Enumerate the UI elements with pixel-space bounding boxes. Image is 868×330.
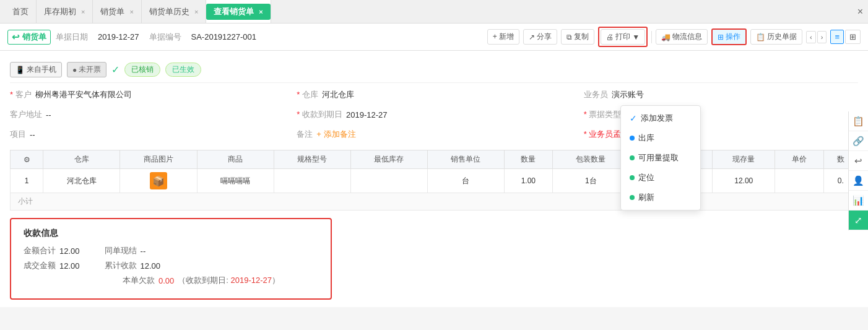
effective-status: 已生效 [165, 63, 201, 77]
outbound-dot-icon [630, 136, 635, 141]
col-settings[interactable]: ⚙ [11, 150, 43, 169]
total-amount-label: 金额合计 [24, 245, 56, 256]
right-icon-3[interactable]: ↩ [849, 151, 869, 171]
history-button[interactable]: 📋 历史单据 [750, 29, 802, 45]
row-pack-qty: 1台 [552, 169, 629, 193]
tab-sales-order[interactable]: 销货单 × [93, 0, 141, 23]
copy-button[interactable]: ⧉ 复制 [561, 29, 594, 45]
summary-title: 收款信息 [24, 228, 318, 239]
col-product: 商品 [197, 150, 274, 169]
col-quantity: 数量 [504, 150, 552, 169]
right-icon-2[interactable]: 🔗 [849, 131, 869, 151]
logistics-icon: 🚚 [661, 33, 671, 41]
customer-value: 柳州粤港平安气体有限公司 [35, 89, 132, 100]
phone-icon: 📱 [15, 66, 25, 74]
row-sales-unit: 台 [427, 169, 504, 193]
window-close-button[interactable]: × [857, 6, 863, 17]
add-invoice-check-icon: ✓ [630, 113, 637, 123]
summary-row-3: 本单欠款 0.00 （收款到期日: 2019-12-27） [24, 275, 318, 286]
refresh-dot-icon [630, 195, 635, 200]
tab-sales-close[interactable]: × [129, 8, 133, 15]
due-date-field: 收款到期日 2019-12-27 [297, 106, 571, 123]
balance-note: （收款到期日: 2019-12-27） [178, 275, 280, 286]
warehouse-label: 仓库 [297, 89, 318, 100]
tab-view-sales-close[interactable]: × [259, 8, 263, 15]
col-spec: 规格型号 [274, 150, 350, 169]
right-icon-4[interactable]: 👤 [849, 171, 869, 191]
outbound-label: 出库 [638, 132, 654, 144]
tab-home[interactable]: 首页 [5, 0, 37, 23]
form-row-3: 项目 -- 备注 + 添加备注 * 业务员孟 -- [10, 126, 858, 142]
ticket-type-label: 票据类型 [584, 109, 622, 120]
copy-icon: ⧉ [566, 33, 572, 41]
locate-item[interactable]: 定位 [621, 168, 700, 188]
staff2-label: * 业务员孟 [584, 129, 622, 140]
from-phone-button[interactable]: 📱 来自手机 [10, 62, 62, 77]
share-icon: ↗ [529, 33, 535, 41]
operation-dropdown: ✓ 添加发票 出库 可用量提取 定位 刷新 [620, 105, 701, 211]
tab-inventory-close[interactable]: × [81, 8, 85, 15]
doc-type-label: 销货单 [22, 32, 46, 43]
balance-label: 本单欠款 [123, 275, 155, 286]
total-amount-item: 金额合计 12.00 [24, 245, 80, 256]
right-icon-5[interactable]: 📊 [849, 191, 869, 211]
date-label: 单据日期 [56, 32, 88, 43]
tab-history-close[interactable]: × [194, 8, 198, 15]
refresh-item[interactable]: 刷新 [621, 188, 700, 207]
tab-inventory-label: 库存期初 [44, 6, 76, 17]
tab-bar: 首页 库存期初 × 销货单 × 销货单历史 × 查看销货单 × × [0, 0, 868, 24]
toolbar-actions: + 新增 ↗ 分享 ⧉ 复制 🖨 打印 ▼ 🚚 物流信息 ⊞ 操作 📋 历史单 [487, 27, 861, 47]
tab-view-sales[interactable]: 查看销货单 × [206, 0, 271, 23]
available-qty-item[interactable]: 可用量提取 [621, 148, 700, 168]
tab-sales-history[interactable]: 销货单历史 × [142, 0, 206, 23]
customer-label: 客户 [10, 89, 32, 100]
total-received-value: 12.00 [141, 261, 161, 271]
customer-field: 客户 柳州粤港平安气体有限公司 [10, 87, 284, 103]
doc-type-badge: ↩ 销货单 [7, 30, 51, 45]
row-quantity: 1.00 [504, 169, 552, 193]
project-label: 项目 [10, 129, 26, 140]
total-amount-value: 12.00 [59, 246, 80, 256]
logistics-button[interactable]: 🚚 物流信息 [656, 29, 708, 45]
operation-button[interactable]: ⊞ 操作 [711, 28, 747, 45]
check-icon: ✓ [111, 64, 119, 76]
tab-inventory-init[interactable]: 库存期初 × [37, 0, 93, 23]
unchecked-button[interactable]: ● 未开票 [67, 62, 106, 77]
locate-dot-icon [630, 175, 635, 180]
sales-table: ⚙ 仓库 商品图片 商品 规格型号 最低库存 销售单位 数量 包装数量 可用量 … [10, 150, 858, 211]
share-button[interactable]: ↗ 分享 [523, 29, 557, 45]
row-unit-price [775, 169, 823, 193]
row-spec [274, 169, 350, 193]
total-received-label: 累计收款 [105, 260, 137, 271]
summary-box: 收款信息 金额合计 12.00 同单现结 -- 成交金额 12.00 累计收款 … [10, 218, 332, 300]
date-value: 2019-12-27 [98, 32, 139, 41]
add-note-button[interactable]: + 添加备注 [316, 129, 355, 140]
unchecked-icon: ● [72, 66, 77, 74]
row-no: 1 [11, 169, 43, 193]
staff-label: 业务员 [584, 89, 608, 100]
locate-label: 定位 [638, 172, 654, 183]
right-icon-expand[interactable]: ⤢ [849, 211, 869, 230]
view-list-button[interactable]: ≡ [830, 30, 844, 44]
outbound-item[interactable]: 出库 [621, 128, 700, 148]
new-button[interactable]: + 新增 [487, 29, 519, 45]
toolbar: ↩ 销货单 单据日期 2019-12-27 单据编号 SA-20191227-0… [0, 24, 868, 51]
due-date-display: 2019-12-27 [231, 276, 272, 285]
print-button[interactable]: 🖨 打印 ▼ [601, 29, 645, 45]
right-icon-1[interactable]: 📋 [849, 111, 869, 131]
col-min-stock: 最低库存 [350, 150, 427, 169]
row-stock: 12.00 [713, 169, 775, 193]
add-invoice-item[interactable]: ✓ 添加发票 [621, 108, 700, 128]
refresh-label: 刷新 [638, 192, 654, 203]
col-pack-qty: 包装数量 [552, 150, 629, 169]
subtotal-label: 小计 [11, 193, 858, 211]
content-area: 📱 来自手机 ● 未开票 ✓ 已核销 已生效 客户 柳州粤港平安气体有限公司 仓… [0, 51, 868, 307]
next-button[interactable]: › [817, 31, 827, 43]
toolbar-separator-1 [651, 31, 652, 43]
available-qty-label: 可用量提取 [638, 152, 679, 163]
row-product: 嗝嗝嗝嗝 [197, 169, 274, 193]
form-row-1: 客户 柳州粤港平安气体有限公司 仓库 河北仓库 业务员 演示账号 [10, 87, 858, 103]
view-grid-button[interactable]: ⊞ [845, 30, 861, 44]
prev-button[interactable]: ‹ [806, 31, 816, 43]
nav-arrows: ‹ › [806, 31, 827, 43]
